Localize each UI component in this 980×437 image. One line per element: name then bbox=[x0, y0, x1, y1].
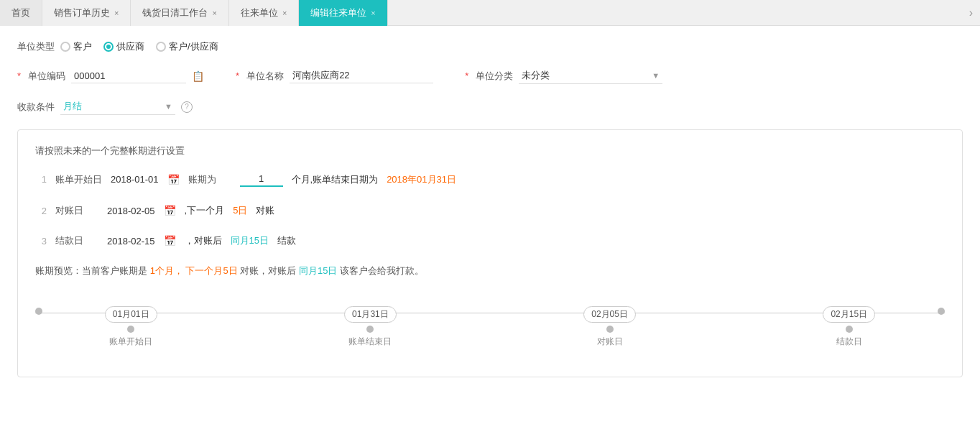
panel-row-1: 1 账单开始日 2018-01-01 📅 账期为 个月,账单结束日期为 2018… bbox=[35, 172, 945, 187]
row-2-prefix: ,下一个月 bbox=[185, 204, 225, 217]
unit-code-group: * 单位编码 📋 bbox=[17, 69, 204, 83]
payment-terms-group: 收款条件 月结 ▼ ? bbox=[17, 98, 193, 115]
row-1-label: 账单开始日 bbox=[55, 173, 102, 186]
unit-name-star: * bbox=[236, 70, 239, 81]
panel-title: 请按照未来的一个完整帐期进行设置 bbox=[35, 144, 945, 157]
payment-terms-value: 月结 bbox=[63, 100, 82, 113]
unit-code-label: 单位编码 bbox=[28, 70, 65, 83]
tab-home[interactable]: 首页 bbox=[0, 0, 42, 26]
node-1-label: 账单开始日 bbox=[109, 336, 152, 348]
timeline-node-3: 02月05日 对账日 bbox=[583, 306, 636, 348]
preview-part1: 1个月， bbox=[150, 265, 183, 276]
unit-name-input[interactable] bbox=[290, 69, 433, 83]
radio-supplier[interactable]: 供应商 bbox=[103, 40, 144, 53]
row-1-suffix: 个月,账单结束日期为 bbox=[292, 173, 379, 186]
period-panel: 请按照未来的一个完整帐期进行设置 1 账单开始日 2018-01-01 📅 账期… bbox=[17, 129, 963, 377]
row-2-highlight: 5日 bbox=[233, 204, 247, 217]
node-1-pill: 01月01日 bbox=[105, 306, 157, 323]
unit-category-star: * bbox=[465, 70, 468, 81]
tab-bar: 首页 销售订单历史 × 钱货日清工作台 × 往来单位 × 编辑往来单位 × › bbox=[0, 0, 980, 26]
unit-type-row: 单位类型 客户 供应商 客户/供应商 bbox=[17, 40, 963, 53]
row-3-date: 2018-02-15 bbox=[107, 236, 155, 247]
timeline-node-4: 02月15日 结款日 bbox=[823, 306, 875, 348]
radio-both[interactable]: 客户/供应商 bbox=[156, 40, 218, 53]
timeline-node-2: 01月31日 账单结束日 bbox=[344, 306, 397, 348]
row-1-num: 1 bbox=[35, 174, 47, 185]
unit-code-input[interactable] bbox=[71, 69, 186, 83]
radio-customer-label: 客户 bbox=[73, 40, 92, 53]
row-3-label: 结款日 bbox=[55, 234, 98, 247]
row-3-calendar-icon[interactable]: 📅 bbox=[164, 235, 176, 247]
tab-partner[interactable]: 往来单位 × bbox=[229, 0, 299, 26]
tab-cash-workbench[interactable]: 钱货日清工作台 × bbox=[131, 0, 228, 26]
unit-category-label: 单位分类 bbox=[476, 70, 513, 83]
preview-part2: 下一个月5日 bbox=[185, 265, 237, 276]
row-2-date: 2018-02-05 bbox=[107, 206, 155, 216]
tab-sales-history-label: 销售订单历史 bbox=[54, 6, 110, 19]
node-1-dot bbox=[127, 326, 134, 333]
tab-edit-partner[interactable]: 编辑往来单位 × bbox=[299, 0, 387, 26]
timeline-nodes: 01月01日 账单开始日 01月31日 账单结束日 02月05日 对账日 bbox=[35, 306, 945, 348]
close-sales-history[interactable]: × bbox=[114, 9, 119, 17]
row-1-end-date: 2018年01月31日 bbox=[387, 173, 456, 186]
preview-mid: 对账，对账后 bbox=[240, 265, 296, 276]
radio-customer[interactable]: 客户 bbox=[60, 40, 92, 53]
timeline-right-dot bbox=[938, 308, 945, 315]
node-2-label: 账单结束日 bbox=[348, 336, 392, 348]
row-2-calendar-icon[interactable]: 📅 bbox=[164, 205, 176, 216]
preview-suffix: 该客户会给我打款。 bbox=[340, 265, 424, 276]
close-edit-partner[interactable]: × bbox=[371, 9, 375, 17]
period-input[interactable] bbox=[240, 172, 283, 187]
unit-info-row: * 单位编码 📋 * 单位名称 * 单位分类 未分类 ▼ bbox=[17, 68, 963, 84]
unit-code-calendar-icon[interactable]: 📋 bbox=[192, 70, 204, 82]
unit-category-group: * 单位分类 未分类 ▼ bbox=[465, 68, 662, 84]
node-3-pill: 02月05日 bbox=[583, 306, 636, 323]
close-partner[interactable]: × bbox=[282, 9, 287, 17]
tab-more-button[interactable]: › bbox=[962, 6, 980, 19]
preview-text: 账期预览：当前客户账期是 1个月， 下一个月5日 对账，对账后 同月15日 该客… bbox=[35, 264, 945, 277]
timeline-node-1: 01月01日 账单开始日 bbox=[105, 306, 157, 348]
close-cash-workbench[interactable]: × bbox=[212, 9, 216, 17]
node-4-label: 结款日 bbox=[836, 336, 862, 348]
row-3-prefix: ，对账后 bbox=[185, 234, 222, 247]
row-1-date: 2018-01-01 bbox=[111, 174, 159, 185]
preview-prefix: 账期预览：当前客户账期是 bbox=[35, 265, 147, 276]
radio-both-label: 客户/供应商 bbox=[169, 40, 218, 53]
payment-terms-row: 收款条件 月结 ▼ ? bbox=[17, 98, 963, 115]
tab-edit-partner-label: 编辑往来单位 bbox=[310, 6, 366, 19]
tab-sales-history[interactable]: 销售订单历史 × bbox=[42, 0, 131, 26]
payment-terms-arrow-icon: ▼ bbox=[165, 102, 172, 111]
help-icon[interactable]: ? bbox=[181, 101, 193, 113]
tab-cash-workbench-label: 钱货日清工作台 bbox=[142, 6, 208, 19]
unit-type-group: 单位类型 客户 供应商 客户/供应商 bbox=[17, 40, 218, 53]
unit-name-label: 单位名称 bbox=[246, 70, 284, 83]
row-3-suffix: 结款 bbox=[277, 234, 296, 247]
timeline-left-dot bbox=[35, 308, 42, 315]
payment-terms-select[interactable]: 月结 ▼ bbox=[60, 98, 175, 115]
row-3-highlight: 同月15日 bbox=[231, 234, 269, 247]
row-2-label: 对账日 bbox=[55, 204, 98, 217]
tab-home-label: 首页 bbox=[11, 6, 30, 19]
radio-customer-circle bbox=[60, 42, 70, 52]
main-content: 单位类型 客户 供应商 客户/供应商 * 单位编码 bbox=[0, 26, 980, 437]
node-3-dot bbox=[606, 326, 614, 333]
radio-supplier-label: 供应商 bbox=[116, 40, 144, 53]
node-2-pill: 01月31日 bbox=[344, 306, 397, 323]
panel-row-3: 3 结款日 2018-02-15 📅 ，对账后 同月15日 结款 bbox=[35, 234, 945, 247]
panel-row-2: 2 对账日 2018-02-05 📅 ,下一个月 5日 对账 bbox=[35, 204, 945, 217]
row-2-num: 2 bbox=[35, 206, 47, 216]
node-4-dot bbox=[846, 326, 853, 333]
row-1-calendar-icon[interactable]: 📅 bbox=[167, 174, 180, 185]
row-1-mid-label: 账期为 bbox=[188, 173, 231, 186]
row-3-num: 3 bbox=[35, 236, 47, 247]
unit-code-star: * bbox=[17, 70, 21, 81]
preview-part3: 同月15日 bbox=[299, 265, 337, 276]
radio-supplier-circle bbox=[103, 42, 114, 52]
tab-partner-label: 往来单位 bbox=[241, 6, 278, 19]
row-2-suffix: 对账 bbox=[256, 204, 274, 217]
unit-name-group: * 单位名称 bbox=[236, 69, 433, 83]
radio-group: 客户 供应商 客户/供应商 bbox=[60, 40, 218, 53]
unit-category-select[interactable]: 未分类 ▼ bbox=[519, 68, 662, 84]
payment-terms-label: 收款条件 bbox=[17, 101, 55, 114]
node-3-label: 对账日 bbox=[597, 336, 623, 348]
